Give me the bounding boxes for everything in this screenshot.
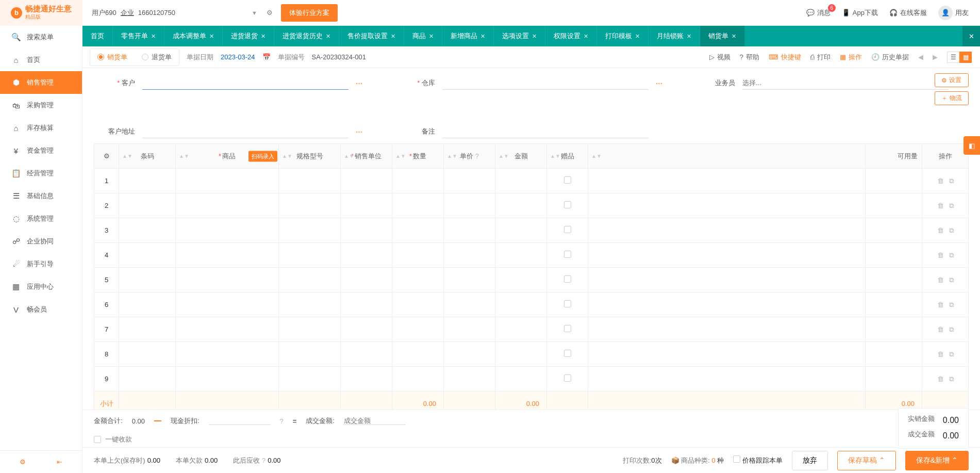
help-icon[interactable]: ? (280, 417, 284, 425)
table-row[interactable]: 4🗑⧉ (94, 243, 969, 268)
logo[interactable]: b 畅捷通好生意 精品版 (0, 0, 82, 26)
calendar-icon[interactable]: 📅 (262, 53, 271, 61)
prev-doc[interactable]: ◀ (918, 53, 923, 61)
close-icon[interactable]: ✕ (732, 33, 736, 40)
copy-icon[interactable]: ⧉ (949, 226, 954, 235)
delete-icon[interactable]: 🗑 (937, 202, 944, 210)
gift-checkbox[interactable] (564, 251, 571, 258)
save-draft-button[interactable]: 保存草稿 ⌃ (837, 451, 896, 470)
discount-input[interactable] (209, 417, 271, 425)
close-icon[interactable]: ✕ (261, 33, 265, 40)
table-row[interactable]: 6🗑⧉ (94, 292, 969, 317)
side-drawer-toggle[interactable]: ◧ (964, 136, 980, 155)
address-input[interactable] (142, 125, 348, 138)
close-icon[interactable]: ✕ (687, 33, 691, 40)
gift-checkbox[interactable] (564, 300, 571, 307)
gear-icon[interactable]: ⚙ (20, 458, 26, 466)
sidebar-item-1[interactable]: ⌂首页 (0, 48, 82, 71)
col-unit[interactable]: ▲▼*销售单位 (341, 144, 392, 169)
col-gear[interactable]: ⚙ (94, 144, 119, 169)
gift-checkbox[interactable] (564, 325, 571, 332)
col-gift[interactable]: ▲▼赠品 (547, 144, 588, 169)
tab-10[interactable]: 打印模板✕ (597, 26, 649, 46)
discard-button[interactable]: 放弃 (792, 451, 828, 470)
warehouse-input[interactable] (442, 76, 649, 90)
gift-checkbox[interactable] (564, 201, 571, 208)
tab-2[interactable]: 成本调整单✕ (164, 26, 223, 46)
col-avail[interactable]: 可用量 (866, 144, 922, 169)
history-link[interactable]: 🕘 历史单据 (871, 53, 909, 62)
settings-button[interactable]: ⚙ 设置 (935, 73, 969, 87)
sidebar-item-7[interactable]: ☰基础信息 (0, 185, 82, 207)
print-link[interactable]: ⎙ 打印 (810, 53, 830, 62)
close-icon[interactable]: ✕ (151, 33, 156, 40)
logistics-button[interactable]: ＋ 物流 (935, 91, 969, 105)
tab-3[interactable]: 进货退货✕ (223, 26, 274, 46)
date-value[interactable]: 2023-03-24 (221, 53, 255, 61)
gift-checkbox[interactable] (564, 350, 571, 357)
radio-return[interactable]: 退货单 (135, 49, 179, 66)
help-icon[interactable]: ? (262, 456, 265, 464)
table-row[interactable]: 5🗑⧉ (94, 268, 969, 292)
table-row[interactable]: 1🗑⧉ (94, 169, 969, 193)
remark-input[interactable] (442, 125, 649, 138)
view-list[interactable]: ☰ (947, 52, 959, 63)
gift-checkbox[interactable] (564, 374, 571, 382)
track-price[interactable]: 价格跟踪本单 (733, 455, 783, 465)
sidebar-item-12[interactable]: V畅会员 (0, 298, 82, 321)
sidebar-item-6[interactable]: 📋经营管理 (0, 162, 82, 185)
close-all-tabs[interactable]: ✕ (962, 26, 980, 46)
delete-icon[interactable]: 🗑 (937, 276, 944, 284)
tab-0[interactable]: 首页 (82, 26, 113, 46)
tab-1[interactable]: 零售开单✕ (113, 26, 164, 46)
deal-input[interactable] (344, 417, 406, 425)
copy-icon[interactable]: ⧉ (949, 350, 954, 358)
tab-11[interactable]: 月结锁账✕ (649, 26, 700, 46)
sidebar-item-11[interactable]: ▦应用中心 (0, 275, 82, 298)
gift-checkbox[interactable] (564, 275, 571, 283)
sidebar-item-8[interactable]: ◌系统管理 (0, 207, 82, 230)
close-icon[interactable]: ✕ (326, 33, 330, 40)
sidebar-item-10[interactable]: ☄新手引导 (0, 253, 82, 275)
delete-icon[interactable]: 🗑 (937, 301, 944, 309)
next-doc[interactable]: ▶ (933, 53, 938, 61)
address-picker-icon[interactable]: ⋯ (356, 128, 363, 136)
copy-icon[interactable]: ⧉ (949, 375, 954, 383)
gear-icon[interactable]: ⚙ (267, 9, 273, 17)
col-spec[interactable]: ▲▼规格型号 (279, 144, 341, 169)
delete-icon[interactable]: 🗑 (937, 350, 944, 358)
salesman-input[interactable] (742, 76, 949, 90)
col-amount[interactable]: ▲▼金额 (495, 144, 547, 169)
copy-icon[interactable]: ⧉ (949, 177, 954, 185)
support-link[interactable]: 🎧在线客服 (889, 8, 927, 18)
copy-icon[interactable]: ⧉ (949, 202, 954, 210)
radio-sale[interactable]: 销货单 (90, 49, 135, 66)
delete-icon[interactable]: 🗑 (937, 325, 944, 334)
sidebar-item-0[interactable]: 🔍搜索菜单 (0, 26, 82, 48)
col-price[interactable]: ▲▼单价 ? (444, 144, 495, 169)
table-row[interactable]: 3🗑⧉ (94, 218, 969, 243)
sidebar-item-4[interactable]: ⌂库存核算 (0, 117, 82, 139)
cta-button[interactable]: 体验行业方案 (281, 4, 338, 22)
gift-checkbox[interactable] (564, 176, 571, 184)
copy-icon[interactable]: ⧉ (949, 301, 954, 309)
sidebar-item-5[interactable]: ¥资金管理 (0, 139, 82, 162)
app-download-link[interactable]: 📱App下载 (842, 8, 878, 18)
shortcut-link[interactable]: ⌨ 快捷键 (769, 53, 801, 62)
close-icon[interactable]: ✕ (584, 33, 588, 40)
gift-checkbox[interactable] (564, 226, 571, 233)
operate-link[interactable]: ▦ 操作 (840, 53, 862, 62)
sidebar-item-2[interactable]: ⬢销售管理 (0, 71, 82, 94)
user-menu[interactable]: 👤用友 (938, 6, 969, 20)
close-icon[interactable]: ✕ (480, 33, 485, 40)
copy-icon[interactable]: ⧉ (949, 251, 954, 259)
copy-icon[interactable]: ⧉ (949, 325, 954, 334)
save-new-button[interactable]: 保存&新增 ⌃ (905, 451, 969, 470)
tenant-selector[interactable]: 用户690企业1660120750 ▼ ⚙ (92, 8, 273, 18)
delete-icon[interactable]: 🗑 (937, 375, 944, 383)
close-icon[interactable]: ✕ (429, 33, 434, 40)
tab-8[interactable]: 选项设置✕ (494, 26, 545, 46)
tab-6[interactable]: 商品✕ (404, 26, 442, 46)
copy-icon[interactable]: ⧉ (949, 276, 954, 284)
close-icon[interactable]: ✕ (209, 33, 214, 40)
